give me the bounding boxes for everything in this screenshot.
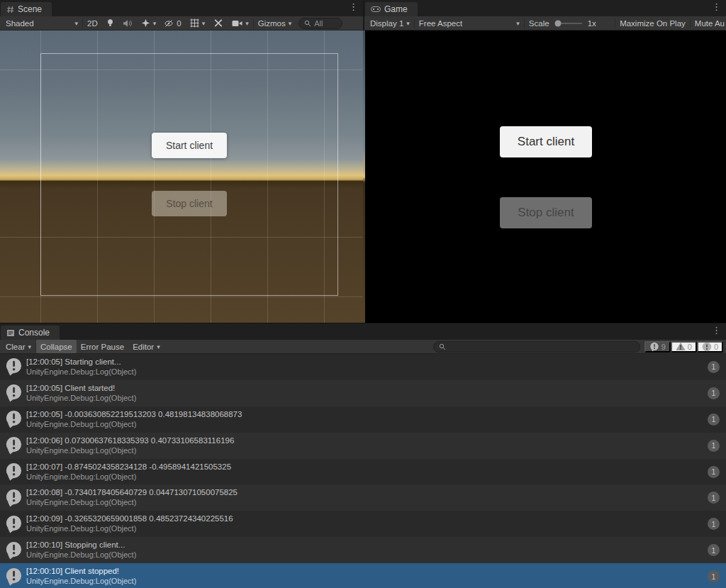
chevron-down-icon: ▾: [157, 343, 160, 350]
mute-audio-toggle[interactable]: Mute Au: [691, 16, 725, 30]
clear-button[interactable]: Clear ▾: [1, 340, 35, 353]
console-panel: Console ⋮ Clear ▾ Collapse Error Pause E…: [0, 323, 726, 588]
error-pause-label: Error Pause: [81, 343, 124, 351]
log-info-bubble-icon: [5, 357, 26, 376]
speaker-icon: [123, 19, 133, 28]
collapse-toggle[interactable]: Collapse: [36, 340, 77, 353]
scene-search-value: All: [314, 19, 323, 28]
warning-log-filter-toggle[interactable]: 0: [671, 341, 697, 353]
gamepad-icon: [371, 6, 381, 13]
scene-viewport[interactable]: Start client Stop client: [0, 30, 363, 323]
tab-console[interactable]: Console: [1, 326, 60, 340]
editor-label: Editor: [133, 343, 154, 351]
clear-label: Clear: [6, 343, 25, 351]
log-source: UnityEngine.Debug:Log(Object): [26, 498, 708, 507]
log-message: [12:00:07] -0.8745024358234128 -0.495894…: [26, 462, 708, 472]
component-tools-button[interactable]: [209, 16, 228, 30]
log-info-bubble-icon: [5, 436, 26, 455]
log-message: [12:00:06] 0.07300637618335393 0.4073310…: [26, 436, 708, 445]
log-message: [12:00:10] Client stopped!: [26, 567, 708, 576]
scene-camera-dropdown[interactable]: ▾: [228, 16, 253, 30]
error-pause-toggle[interactable]: Error Pause: [77, 340, 128, 353]
log-message: [12:00:05] Starting client...: [26, 357, 708, 367]
chevron-down-icon: ▾: [202, 20, 206, 27]
scene-grid-icon: [6, 6, 14, 13]
log-info-bubble-icon: [5, 410, 26, 428]
draw-mode-dropdown[interactable]: Shaded ▾: [1, 16, 82, 30]
console-tabbar: Console ⋮: [0, 323, 726, 340]
warning-count: 0: [688, 343, 692, 351]
chevron-down-icon: ▾: [245, 20, 249, 27]
hidden-objects-toggle[interactable]: 0: [160, 16, 185, 30]
scale-value: 1x: [588, 19, 596, 28]
game-viewport[interactable]: Start client Stop client: [363, 30, 726, 323]
grid-visibility-dropdown[interactable]: ▾: [186, 16, 210, 30]
log-entry-row[interactable]: [12:00:10] Client stopped! UnityEngine.D…: [0, 563, 726, 588]
log-entry-row[interactable]: [12:00:10] Stopping client... UnityEngin…: [0, 537, 726, 563]
log-message: [12:00:09] -0.3265320659001858 0.4852372…: [26, 514, 708, 523]
log-entry-row[interactable]: [12:00:08] -0.7340178405640729 0.0447130…: [0, 484, 726, 511]
maximize-on-play-toggle[interactable]: Maximize On Play: [615, 16, 690, 30]
console-search-field[interactable]: [433, 341, 640, 353]
scene-lighting-toggle[interactable]: [102, 16, 118, 30]
chevron-down-icon: ▾: [406, 20, 410, 27]
aspect-ratio-dropdown[interactable]: Free Aspect ▾: [415, 16, 524, 30]
2d-toggle-button[interactable]: 2D: [83, 16, 102, 30]
collapse-label: Collapse: [40, 343, 72, 351]
gizmos-dropdown[interactable]: Gizmos ▾: [254, 16, 296, 30]
scene-panel-menu-icon[interactable]: ⋮: [349, 2, 358, 12]
console-log-list: [12:00:05] Starting client... UnityEngin…: [0, 354, 726, 588]
chevron-down-icon: ▾: [516, 20, 520, 27]
scene-tab-label: Scene: [18, 4, 42, 14]
log-entry-row[interactable]: [12:00:09] -0.3265320659001858 0.4852372…: [0, 511, 726, 537]
chevron-down-icon: ▾: [153, 20, 157, 27]
game-panel: Game ⋮ Display 1 ▾ Free Aspect ▾ Scale: [363, 0, 726, 323]
chevron-down-icon: ▾: [289, 20, 292, 27]
tab-scene[interactable]: Scene: [1, 2, 52, 16]
game-tabbar: Game ⋮: [363, 0, 726, 16]
error-log-filter-toggle[interactable]: 0: [697, 341, 723, 353]
lightbulb-icon: [106, 18, 114, 28]
grid-icon: [190, 18, 199, 28]
scene-audio-toggle[interactable]: [118, 16, 137, 30]
log-count-badge: 1: [708, 518, 720, 530]
mute-audio-label: Mute Au: [695, 19, 725, 28]
warning-triangle-icon: [676, 342, 686, 351]
log-entry-row[interactable]: [12:00:05] -0.003630852219513203 0.48198…: [0, 406, 726, 433]
scale-slider[interactable]: [554, 20, 583, 27]
info-log-filter-toggle[interactable]: 9: [644, 341, 671, 353]
console-panel-menu-icon[interactable]: ⋮: [712, 326, 721, 335]
tab-game[interactable]: Game: [365, 2, 418, 16]
log-info-bubble-icon: [5, 384, 26, 402]
log-source: UnityEngine.Debug:Log(Object): [26, 446, 708, 455]
log-source: UnityEngine.Debug:Log(Object): [26, 472, 708, 482]
log-entry-row[interactable]: [12:00:07] -0.8745024358234128 -0.495894…: [0, 459, 726, 485]
log-count-badge: 1: [708, 440, 720, 452]
game-panel-menu-icon[interactable]: ⋮: [712, 2, 721, 12]
sparkle-icon: [141, 18, 150, 28]
scene-gridline: [0, 296, 363, 297]
scene-stop-client-button[interactable]: Stop client: [152, 191, 227, 216]
log-entry-row[interactable]: [12:00:05] Client started! UnityEngine.D…: [0, 380, 726, 406]
slider-handle: [554, 20, 561, 26]
draw-mode-label: Shaded: [6, 19, 34, 28]
log-info-bubble-icon: [5, 462, 26, 481]
aspect-label: Free Aspect: [419, 19, 462, 28]
game-stop-client-button[interactable]: Stop client: [500, 197, 592, 228]
gizmos-label: Gizmos: [258, 19, 286, 28]
scene-search-field[interactable]: All: [298, 18, 342, 29]
search-icon: [304, 20, 311, 27]
log-entry-row[interactable]: [12:00:06] 0.07300637618335393 0.4073310…: [0, 433, 726, 459]
tools-icon: [213, 18, 223, 28]
log-entry-row[interactable]: [12:00:05] Starting client... UnityEngin…: [0, 354, 726, 380]
game-toolbar: Display 1 ▾ Free Aspect ▾ Scale 1x: [363, 16, 726, 30]
2d-toggle-label: 2D: [87, 19, 98, 28]
unity-editor-window: Scene ⋮ Shaded ▾ 2D: [0, 0, 726, 588]
game-tab-label: Game: [384, 4, 408, 14]
chevron-down-icon: ▾: [74, 20, 78, 27]
scene-start-client-button[interactable]: Start client: [152, 133, 227, 158]
game-start-client-button[interactable]: Start client: [500, 126, 592, 157]
scene-effects-toggle[interactable]: ▾: [137, 16, 161, 30]
editor-dropdown[interactable]: Editor ▾: [128, 340, 164, 353]
display-dropdown[interactable]: Display 1 ▾: [366, 16, 414, 30]
